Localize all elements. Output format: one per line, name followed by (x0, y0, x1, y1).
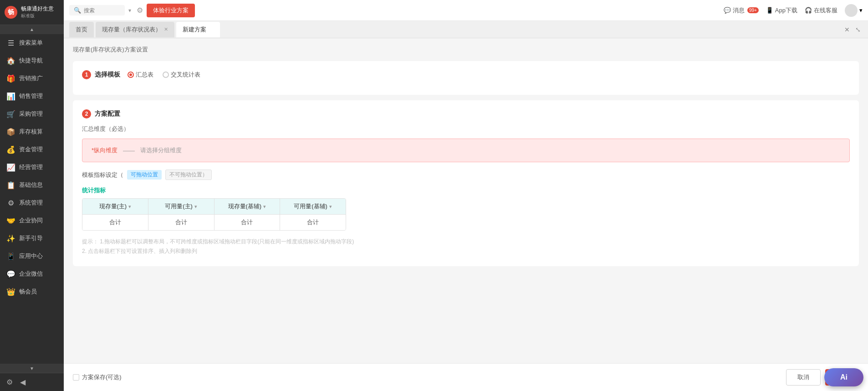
template-settings-row: 模板指标设定（ 可拖动位置 不可拖动位置） (82, 170, 850, 180)
messages-button[interactable]: 💬 消息 99+ (724, 6, 759, 15)
col2-dropdown-icon[interactable]: ▾ (194, 204, 197, 210)
step1-title: 选择模板 (95, 71, 120, 79)
search-dropdown-icon[interactable]: ▾ (128, 7, 131, 14)
sidebar-item-label-wechat: 企业微信 (19, 270, 43, 278)
step2-section: 2 方案配置 汇总维度（必选） *纵向维度 —— 请选择分组维度 模板指标设定（… (73, 100, 859, 266)
sidebar-nav: ☰ 搜索菜单 🏠 快捷导航 🎁 营销推广 📊 销售管理 🛒 采购管理 📦 库存核… (0, 34, 64, 364)
search-menu-icon: ☰ (6, 39, 15, 47)
cancel-button[interactable]: 取消 (786, 369, 821, 386)
headset-icon: 🎧 (805, 7, 812, 14)
sales-icon: 📊 (6, 92, 15, 101)
sidebar-item-cooperation[interactable]: 🤝 企业协同 (0, 212, 64, 230)
expand-icon[interactable]: ⤡ (855, 26, 863, 33)
step2-title: 方案配置 (95, 110, 120, 118)
sidebar-item-label-search: 搜索菜单 (19, 39, 43, 47)
tab-new-scheme-label: 新建方案 (183, 26, 206, 34)
stats-cell-3: 合计 (214, 215, 281, 230)
sidebar-scroll-up[interactable]: ▲ (0, 25, 64, 34)
sidebar-item-marketing[interactable]: 🎁 营销推广 (0, 70, 64, 87)
tab-inventory-label: 现存量（库存状况表） (102, 26, 161, 34)
sidebar-item-app-center[interactable]: 📱 应用中心 (0, 247, 64, 265)
online-service-button[interactable]: 🎧 在线客服 (805, 6, 837, 15)
sidebar-item-label-basic: 基础信息 (19, 181, 43, 189)
main-area: 🔍 ▾ ⚙ 体验行业方案 💬 消息 99+ 📱 App下载 🎧 在线客服 ▾ (64, 0, 868, 391)
step1-section: 1 选择模板 汇总表 交叉统计表 (73, 61, 859, 95)
gear-icon[interactable]: ⚙ (137, 6, 143, 15)
stats-cell-2: 合计 (148, 215, 214, 230)
topbar-right: 💬 消息 99+ 📱 App下载 🎧 在线客服 ▾ (724, 4, 863, 17)
ai-fab-button[interactable]: Ai (824, 368, 863, 386)
cooperation-icon: 🤝 (6, 216, 15, 225)
topbar-search-box[interactable]: 🔍 (69, 5, 125, 15)
close-window-icon[interactable]: ✕ (844, 26, 852, 33)
sidebar-item-label-guide: 新手引导 (19, 234, 43, 242)
radio-cross[interactable]: 交叉统计表 (163, 71, 200, 79)
sidebar-item-basic-info[interactable]: 📋 基础信息 (0, 176, 64, 194)
settings-icon[interactable]: ⚙ (6, 378, 13, 386)
sidebar-item-wechat[interactable]: 💬 企业微信 (0, 265, 64, 283)
radio-cross-label: 交叉统计表 (171, 71, 200, 79)
col1-dropdown-icon[interactable]: ▾ (128, 204, 131, 210)
stats-col-2[interactable]: 可用量(主) ▾ (148, 199, 214, 214)
purchase-icon: 🛒 (6, 110, 15, 118)
stats-col-4[interactable]: 可用量(基辅) ▾ (280, 199, 346, 214)
app-version: 标准版 (21, 13, 54, 19)
radio-summary[interactable]: 汇总表 (128, 71, 153, 79)
breadcrumb: 现存量(库存状况表)方案设置 (73, 46, 859, 54)
industry-plan-button[interactable]: 体验行业方案 (147, 4, 195, 17)
phone-icon: 📱 (766, 7, 773, 14)
dimension-box[interactable]: *纵向维度 —— 请选择分组维度 (82, 139, 850, 162)
search-icon: 🔍 (74, 7, 81, 14)
content-area: 现存量(库存状况表)方案设置 1 选择模板 汇总表 交叉统计表 (64, 38, 868, 363)
logo-icon: 畅 (5, 6, 17, 19)
col4-dropdown-icon[interactable]: ▾ (329, 204, 332, 210)
tab-inventory-close[interactable]: ✕ (164, 26, 168, 32)
sidebar-item-search-menu[interactable]: ☰ 搜索菜单 (0, 34, 64, 52)
app-name: 畅康通好生意 (21, 5, 54, 13)
stats-col-4-label: 可用量(基辅) (294, 202, 327, 211)
tip-1: 提示： 1.拖动标题栏可以调整布局，不可跨维度或指标区域拖动栏目字段(只能在同一… (82, 238, 850, 246)
sidebar-item-quick-nav[interactable]: 🏠 快捷导航 (0, 52, 64, 70)
sidebar-item-finance[interactable]: 💰 资金管理 (0, 141, 64, 159)
app-download-button[interactable]: 📱 App下载 (766, 6, 797, 15)
sidebar-item-label-member: 畅会员 (19, 288, 37, 296)
sidebar-item-operation[interactable]: 📈 经营管理 (0, 159, 64, 176)
step1-label: 1 选择模板 汇总表 交叉统计表 (82, 70, 850, 79)
draggable-tag: 可拖动位置 (127, 170, 162, 180)
template-radio-group: 汇总表 交叉统计表 (128, 71, 200, 79)
wechat-icon: 💬 (6, 270, 15, 278)
stats-section-label: 统计指标 (82, 186, 850, 195)
save-checkbox[interactable] (73, 374, 79, 381)
tab-inventory-status[interactable]: 现存量（库存状况表） ✕ (96, 22, 174, 37)
dim-placeholder: 请选择分组维度 (140, 146, 182, 154)
sidebar-item-label-sales: 销售管理 (19, 92, 43, 100)
operation-icon: 📈 (6, 163, 15, 172)
stats-col-1[interactable]: 现存量(主) ▾ (82, 199, 148, 214)
stats-table-row: 合计 合计 合计 合计 (82, 214, 346, 230)
app-center-icon: 📱 (6, 252, 15, 261)
finance-icon: 💰 (6, 145, 15, 154)
sidebar-item-inventory[interactable]: 📦 库存核算 (0, 123, 64, 141)
sidebar-item-member[interactable]: 👑 畅会员 (0, 283, 64, 301)
sidebar-item-purchase[interactable]: 🛒 采购管理 (0, 105, 64, 123)
stats-col-3[interactable]: 现存量(基辅) ▾ (214, 199, 281, 214)
collapse-icon[interactable]: ◀ (20, 378, 26, 386)
tab-new-scheme-close[interactable]: ✕ (209, 26, 214, 33)
tab-new-scheme[interactable]: 新建方案 ✕ (176, 22, 220, 37)
footer: 方案保存(可选) 取消 查询 (64, 363, 868, 391)
col3-dropdown-icon[interactable]: ▾ (263, 204, 266, 210)
sidebar-item-guide[interactable]: ✨ 新手引导 (0, 230, 64, 247)
user-menu[interactable]: ▾ (845, 4, 863, 17)
sidebar: 畅 畅康通好生意 标准版 ▲ ☰ 搜索菜单 🏠 快捷导航 🎁 营销推广 📊 销售… (0, 0, 64, 391)
messages-badge: 99+ (747, 7, 759, 13)
search-input[interactable] (84, 7, 120, 14)
sidebar-scroll-down[interactable]: ▼ (0, 364, 64, 373)
save-option[interactable]: 方案保存(可选) (73, 373, 122, 381)
sidebar-item-system[interactable]: ⚙ 系统管理 (0, 194, 64, 212)
stats-col-1-label: 现存量(主) (99, 202, 127, 211)
sidebar-item-sales[interactable]: 📊 销售管理 (0, 87, 64, 105)
app-logo: 畅 畅康通好生意 标准版 (0, 0, 64, 25)
tab-home[interactable]: 首页 (69, 22, 94, 37)
online-service-label: 在线客服 (814, 6, 837, 15)
messages-label: 消息 (733, 6, 745, 15)
